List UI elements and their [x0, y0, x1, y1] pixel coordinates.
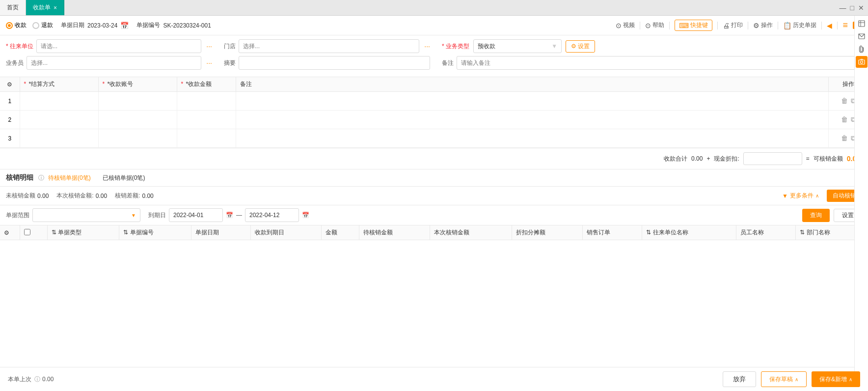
remark-input[interactable]	[457, 56, 862, 70]
help-btn[interactable]: ⊙ 帮助	[645, 21, 664, 29]
history-btn[interactable]: 📋 历史单据	[783, 21, 816, 29]
row-2-remark[interactable]	[236, 111, 829, 129]
col-header-pending: 待核销金额	[359, 225, 430, 240]
tab-collection[interactable]: 收款单 ×	[26, 0, 64, 15]
query-button[interactable]: 查询	[802, 209, 830, 222]
row-2-settle[interactable]	[20, 111, 98, 129]
shop-more-icon[interactable]: ···	[424, 42, 430, 50]
window-close-icon[interactable]: ✕	[858, 4, 864, 12]
table-row: 2 🗑 ⧉	[0, 111, 868, 129]
row-3-settle[interactable]	[20, 129, 98, 148]
calendar-icon[interactable]: 📅	[120, 22, 129, 29]
reconcile-info-icon[interactable]: ⓘ	[38, 174, 44, 182]
maximize-icon[interactable]: □	[850, 4, 854, 12]
total-label: 收款合计	[664, 155, 687, 163]
col-header-settle: * *结算方式	[20, 77, 98, 92]
row-1-account[interactable]	[98, 92, 177, 111]
range-label: 单据范围	[6, 211, 29, 220]
radio-collection[interactable]: 收款	[6, 21, 27, 29]
save-draft-button[interactable]: 保存草稿 ∧	[761, 371, 807, 387]
sidebar-table-icon[interactable]	[856, 18, 868, 29]
minimize-icon[interactable]: —	[840, 4, 846, 12]
row-3-remark[interactable]	[236, 129, 829, 148]
row-2-amount[interactable]	[177, 111, 236, 129]
row-3-account[interactable]	[98, 129, 177, 148]
row-2-account[interactable]	[98, 111, 177, 129]
done-tab[interactable]: 已核销单据(0笔)	[103, 174, 145, 182]
select-all-checkbox[interactable]	[24, 229, 30, 235]
sidebar-attachment-icon[interactable]	[856, 43, 868, 55]
gear-icon-bottom[interactable]: ⚙	[4, 229, 9, 236]
more-conditions-btn[interactable]: ▼ 更多条件 ∧	[782, 192, 819, 200]
partner-more-icon[interactable]: ···	[206, 42, 212, 50]
collection-table-wrapper: ⚙ * *结算方式 * *收款账号 * *收款金额 备注 操作	[0, 77, 868, 148]
row-1-num: 1	[0, 92, 20, 111]
current-label: 本次核销金额:	[56, 192, 93, 200]
salesperson-more-icon[interactable]: ···	[206, 59, 212, 67]
row-3-amount[interactable]	[177, 129, 236, 148]
diff-stat: 核销差额: 0.00	[115, 192, 154, 200]
shortcut-btn[interactable]: ⌨ 快捷键	[675, 20, 712, 31]
menu-icon[interactable]: ≡	[842, 20, 848, 30]
filter-actions: 查询 设置	[802, 209, 862, 222]
reconcile-title: 核销明细	[6, 173, 33, 182]
partner-field: * 往来单位 ···	[6, 39, 212, 53]
unclaimed-label: 未核销金额	[6, 192, 35, 200]
col-header-config[interactable]: ⚙	[0, 77, 20, 92]
radio-refund[interactable]: 退款	[32, 21, 53, 29]
partner-label: * 往来单位	[6, 42, 33, 51]
total-value: 0.00	[691, 155, 703, 162]
settings-button[interactable]: ⚙ 设置	[566, 40, 595, 53]
operation-icon: ⚙	[753, 22, 760, 29]
row-1-remark[interactable]	[236, 92, 829, 111]
footer-info-icon[interactable]: ⓘ	[34, 375, 40, 384]
summary-input[interactable]	[239, 56, 430, 70]
main-content: 收款 退款 单据日期 2023-03-24 📅 单据编号 SK-20230324…	[0, 16, 868, 391]
prev-page-icon[interactable]: ◀	[827, 22, 832, 29]
calendar-from-icon[interactable]: 📅	[226, 212, 233, 219]
pending-tab[interactable]: 待核销单据(0笔)	[48, 174, 91, 182]
salesperson-input[interactable]	[27, 56, 201, 70]
row-1-settle[interactable]	[20, 92, 98, 111]
row-3-delete-icon[interactable]: 🗑	[841, 134, 848, 142]
row-1-amount[interactable]	[177, 92, 236, 111]
verifiable-label: 可核销金额	[814, 155, 843, 163]
col-header-discount: 折扣分摊额	[512, 225, 582, 240]
sidebar-mail-icon[interactable]	[856, 30, 868, 42]
abandon-button[interactable]: 放弃	[723, 371, 756, 387]
footer: 本单上次 ⓘ 0.00 放弃 保存草稿 ∧ 保存&新增 ∧	[0, 367, 868, 391]
range-select[interactable]: ▼	[32, 208, 140, 222]
date-from-label: 到期日	[148, 211, 166, 220]
discount-label: 现金折扣:	[714, 155, 739, 163]
right-sidebar	[854, 16, 868, 371]
range-field: 单据范围 ▼	[6, 208, 140, 222]
row-2-delete-icon[interactable]: 🗑	[841, 115, 848, 124]
footer-value: 0.00	[42, 376, 54, 383]
shop-field: 门店 ···	[224, 39, 430, 53]
form-row-1: * 往来单位 ··· 门店 ··· * 业务类型 预收款 ▼ ⚙ 设置	[6, 39, 862, 53]
shortcut-label: 快捷键	[690, 21, 708, 29]
save-new-button[interactable]: 保存&新增 ∧	[812, 371, 860, 387]
sidebar-capture-icon[interactable]	[856, 56, 868, 68]
print-btn[interactable]: 🖨 打印	[723, 21, 743, 29]
calendar-to-icon[interactable]: 📅	[302, 212, 309, 219]
tab-home[interactable]: 首页	[0, 0, 26, 15]
divider-2	[669, 22, 670, 29]
col-header-employee: 员工名称	[736, 225, 796, 240]
biz-type-select[interactable]: 预收款 ▼	[473, 39, 562, 53]
shop-input[interactable]	[239, 39, 419, 53]
discount-input[interactable]	[743, 152, 802, 165]
partner-input[interactable]	[36, 39, 201, 53]
operation-btn[interactable]: ⚙ 操作	[753, 21, 773, 29]
row-1-delete-icon[interactable]: 🗑	[841, 97, 848, 105]
col-header-due: 收款到期日	[251, 225, 322, 240]
number-field: 单据编号 SK-20230324-001	[136, 21, 211, 29]
date-to-input[interactable]	[245, 208, 299, 222]
tab-close-icon[interactable]: ×	[54, 4, 57, 11]
video-btn[interactable]: ⊙ 视频	[616, 21, 635, 29]
filter-row: 单据范围 ▼ 到期日 📅 — 📅 查询 设置	[0, 205, 868, 225]
date-from-input[interactable]	[169, 208, 223, 222]
col-header-checkbox-select	[20, 225, 47, 240]
remark-field: 备注	[442, 56, 862, 70]
tab-home-label: 首页	[7, 3, 19, 12]
